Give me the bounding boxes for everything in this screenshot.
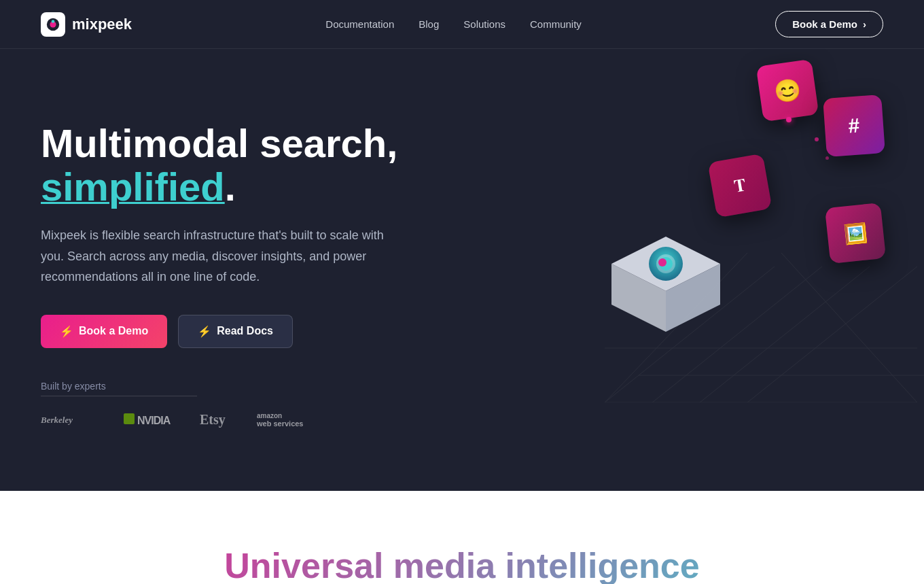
aws-logo: amazon web services — [255, 407, 317, 432]
section-below-title: Universal media intelligence — [41, 545, 883, 584]
book-demo-button[interactable]: ⚡ Book a Demo — [41, 315, 167, 348]
etsy-logo: Etsy — [200, 409, 234, 430]
nav-community[interactable]: Community — [530, 18, 582, 30]
float-card-emoji: 😊 — [756, 59, 819, 122]
svg-text:Berkeley: Berkeley — [41, 415, 73, 425]
nvidia-logo: NVIDIA — [124, 409, 178, 430]
divider — [41, 396, 197, 396]
chevron-right-icon: › — [863, 18, 866, 30]
svg-text:NVIDIA: NVIDIA — [137, 415, 171, 426]
lightning-icon: ⚡ — [60, 325, 73, 338]
navbar: mixpeek Documentation Blog Solutions Com… — [0, 0, 924, 49]
nav-blog[interactable]: Blog — [419, 18, 439, 30]
svg-line-13 — [747, 267, 917, 402]
hero-content: Multimodal search, simplified. Mixpeek i… — [41, 122, 397, 431]
hero-section: Multimodal search, simplified. Mixpeek i… — [0, 49, 924, 491]
float-card-hash: # — [823, 95, 885, 157]
nav-solutions[interactable]: Solutions — [463, 18, 505, 30]
read-docs-button[interactable]: ⚡ Read Docs — [178, 315, 293, 348]
float-card-image: 🖼️ — [825, 203, 886, 264]
svg-text:Etsy: Etsy — [200, 412, 226, 428]
svg-rect-4 — [124, 413, 135, 424]
connector-dot-1 — [786, 117, 792, 122]
section-below: Universal media intelligence Find and un… — [0, 491, 924, 584]
hero-description: Mixpeek is flexible search infrastructur… — [41, 225, 394, 288]
logo-icon — [41, 12, 65, 37]
hero-buttons: ⚡ Book a Demo ⚡ Read Docs — [41, 315, 397, 348]
berkeley-logo: Berkeley — [41, 409, 102, 430]
logo-text: mixpeek — [72, 16, 132, 33]
central-platform — [598, 223, 734, 348]
svg-text:amazon: amazon — [257, 412, 282, 419]
svg-line-18 — [781, 253, 917, 402]
built-by-label: Built by experts — [41, 381, 397, 392]
svg-point-2 — [52, 20, 55, 23]
svg-point-25 — [658, 258, 667, 267]
hero-title: Multimodal search, simplified. — [41, 122, 397, 209]
book-demo-nav-button[interactable]: Book a Demo › — [775, 11, 883, 37]
svg-text:web services: web services — [256, 419, 304, 428]
nav-links: Documentation Blog Solutions Community — [325, 18, 582, 30]
hero-visual: 😊 # 𝐓 🖼️ — [571, 49, 924, 402]
logo[interactable]: mixpeek — [41, 12, 132, 37]
brand-logos: Berkeley NVIDIA Etsy — [41, 407, 397, 432]
nav-documentation[interactable]: Documentation — [325, 18, 394, 30]
connector-dot-2 — [815, 137, 819, 141]
built-by-section: Built by experts Berkeley NVIDIA Etsy — [41, 381, 397, 432]
connector-dot-3 — [825, 156, 829, 160]
float-card-text: 𝐓 — [708, 154, 772, 218]
lightning-icon-2: ⚡ — [198, 325, 211, 338]
